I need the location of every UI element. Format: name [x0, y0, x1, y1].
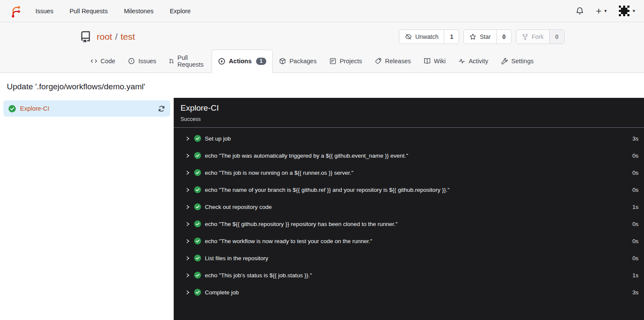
- run-layout: Explore-CI Explore-CI Success Set up job: [0, 98, 644, 320]
- tab-wiki[interactable]: Wiki: [417, 50, 452, 73]
- check-circle-icon: [9, 105, 16, 112]
- step-row[interactable]: echo "This job's status is ${{ job.statu…: [174, 267, 644, 284]
- issue-circle-icon: [128, 58, 135, 65]
- repo-action-buttons: Unwatch 1 Star 0: [399, 29, 565, 44]
- pulse-icon: [458, 58, 465, 65]
- job-name: Explore-CI: [20, 105, 154, 112]
- package-icon: [279, 58, 286, 65]
- caret-down-icon: ▾: [632, 9, 635, 13]
- fork-button: Fork 0: [516, 29, 565, 44]
- watch-count[interactable]: 1: [444, 30, 459, 44]
- star-count[interactable]: 0: [496, 30, 511, 44]
- check-circle-icon: [194, 255, 201, 261]
- step-row[interactable]: echo "The ${{ github.repository }} repos…: [174, 215, 644, 232]
- wiki-book-icon: [424, 58, 431, 65]
- jobs-sidebar: Explore-CI: [0, 98, 174, 320]
- user-menu[interactable]: ▾: [618, 5, 635, 17]
- check-circle-icon: [194, 169, 201, 176]
- workflow-run-title: Update '.forgejo/workflows/demo.yaml': [0, 73, 644, 98]
- avatar-identicon: [618, 5, 630, 17]
- step-duration: 1s: [632, 204, 638, 210]
- repo-header: root / test Unwatch 1: [0, 22, 644, 73]
- tab-projects[interactable]: Projects: [323, 50, 368, 73]
- tab-actions[interactable]: Actions 1: [212, 50, 273, 73]
- tab-releases[interactable]: Releases: [368, 50, 417, 73]
- star-button[interactable]: Star 0: [463, 29, 511, 44]
- nav-item-pull-requests[interactable]: Pull Requests: [70, 8, 108, 15]
- top-navbar: Issues Pull Requests Milestones Explore …: [0, 0, 644, 22]
- tab-code[interactable]: Code: [84, 50, 122, 73]
- caret-down-icon: ▾: [604, 9, 607, 13]
- tab-activity[interactable]: Activity: [452, 50, 495, 73]
- step-row[interactable]: echo "The name of your branch is ${{ git…: [174, 181, 644, 198]
- chevron-right-icon: [185, 153, 190, 159]
- create-new-button[interactable]: ▾: [595, 8, 607, 15]
- fork-label: Fork: [532, 33, 544, 40]
- forgejo-logo-icon[interactable]: [9, 5, 22, 18]
- step-duration: 0s: [632, 255, 638, 261]
- check-circle-icon: [194, 152, 201, 159]
- chevron-right-icon: [185, 273, 190, 278]
- star-label: Star: [480, 33, 491, 40]
- plus-icon: [595, 8, 602, 15]
- repo-tab-bar: Code Issues Pull Requests: [80, 50, 565, 73]
- nav-item-milestones[interactable]: Milestones: [124, 8, 153, 15]
- repo-owner-link[interactable]: root: [97, 32, 112, 42]
- tab-pull-requests[interactable]: Pull Requests: [163, 50, 212, 73]
- log-job-status: Success: [181, 116, 637, 122]
- steps-list: Set up job 3s echo "The job was automati…: [174, 128, 644, 301]
- refresh-icon[interactable]: [158, 105, 165, 112]
- tab-packages[interactable]: Packages: [273, 50, 323, 73]
- repo-breadcrumb: root / test: [97, 32, 135, 42]
- step-duration: 3s: [632, 135, 638, 142]
- nav-item-issues[interactable]: Issues: [35, 8, 53, 15]
- step-row[interactable]: Check out repository code 1s: [174, 198, 644, 215]
- step-duration: 0s: [632, 187, 638, 193]
- check-circle-icon: [194, 238, 201, 244]
- tag-icon: [375, 58, 382, 65]
- repo-book-icon: [80, 31, 91, 43]
- project-board-icon: [329, 58, 336, 65]
- job-log-panel: Explore-CI Success Set up job 3s echo "T…: [174, 98, 644, 320]
- nav-item-explore[interactable]: Explore: [170, 8, 191, 15]
- step-row[interactable]: Set up job 3s: [174, 130, 644, 147]
- step-row[interactable]: echo "This job is now running on a ${{ r…: [174, 164, 644, 181]
- check-circle-icon: [194, 289, 201, 296]
- chevron-right-icon: [185, 221, 190, 227]
- step-row[interactable]: echo "The workflow is now ready to test …: [174, 232, 644, 250]
- tab-issues[interactable]: Issues: [122, 50, 163, 73]
- notifications-bell-icon[interactable]: [576, 7, 584, 15]
- navbar-links: Issues Pull Requests Milestones Explore: [35, 8, 191, 15]
- chevron-right-icon: [185, 290, 190, 295]
- step-row[interactable]: List files in the repository 0s: [174, 250, 644, 267]
- tab-settings[interactable]: Settings: [495, 50, 540, 73]
- check-circle-icon: [194, 203, 201, 210]
- code-icon: [90, 58, 97, 65]
- chevron-right-icon: [185, 170, 190, 176]
- job-item-explore-ci[interactable]: Explore-CI: [3, 100, 170, 117]
- unwatch-button[interactable]: Unwatch 1: [399, 29, 459, 44]
- step-duration: 0s: [632, 238, 638, 244]
- step-duration: 3s: [632, 289, 638, 296]
- play-circle-icon: [218, 58, 225, 65]
- star-icon: [469, 33, 476, 40]
- chevron-right-icon: [185, 136, 190, 141]
- chevron-right-icon: [185, 204, 190, 210]
- step-duration: 0s: [632, 153, 638, 159]
- chevron-right-icon: [185, 238, 190, 244]
- fork-count: 0: [549, 30, 564, 44]
- check-circle-icon: [194, 186, 201, 193]
- step-row[interactable]: echo "The job was automatically triggere…: [174, 147, 644, 164]
- settings-wrench-icon: [501, 58, 508, 65]
- step-duration: 1s: [632, 272, 638, 279]
- step-duration: 0s: [632, 170, 638, 176]
- step-row[interactable]: Complete job 3s: [174, 284, 644, 301]
- check-circle-icon: [194, 220, 201, 227]
- pull-request-icon: [169, 58, 174, 65]
- repo-name-link[interactable]: test: [121, 32, 135, 42]
- step-duration: 0s: [632, 221, 638, 227]
- chevron-right-icon: [185, 187, 190, 193]
- log-job-title: Explore-CI: [181, 103, 637, 113]
- chevron-right-icon: [185, 255, 190, 261]
- actions-count-badge: 1: [256, 58, 267, 65]
